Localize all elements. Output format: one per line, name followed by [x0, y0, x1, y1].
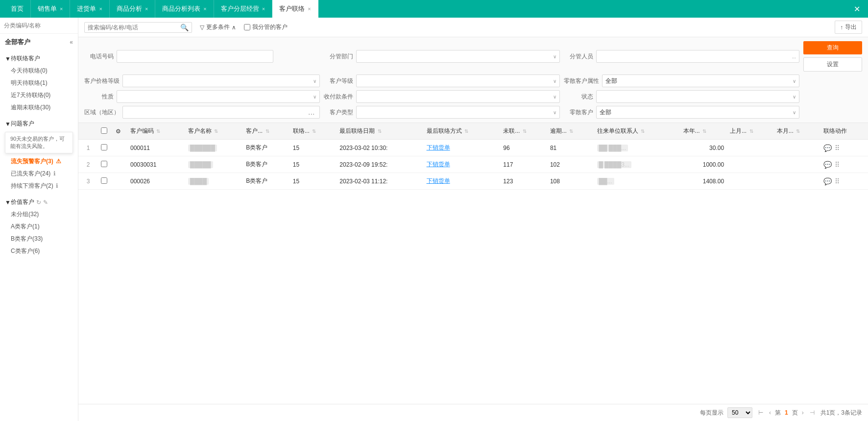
- sidebar-search-input[interactable]: [4, 22, 77, 29]
- col-overdue-header[interactable]: 逾期... ⇅: [547, 123, 594, 140]
- tab-customer-contact-close[interactable]: ×: [308, 6, 311, 12]
- dept-select[interactable]: ∨: [356, 50, 559, 63]
- value-edit-icon[interactable]: ✎: [43, 199, 48, 206]
- tab-home[interactable]: 首页: [4, 0, 31, 18]
- zero-retail-attr-select[interactable]: 全部 ∨: [602, 74, 799, 87]
- query-button[interactable]: 查询: [803, 41, 862, 54]
- row-checkbox[interactable]: [98, 173, 113, 190]
- sidebar-item-today[interactable]: 今天待联络(0): [0, 65, 78, 77]
- payment-select[interactable]: ∨: [356, 90, 559, 103]
- more-conditions-button[interactable]: ▽ 更多条件 ∧: [196, 21, 240, 33]
- sidebar-all-customers[interactable]: 全部客户 «: [0, 34, 78, 50]
- col-contact-person-header[interactable]: 往来单位联系人 ⇅: [594, 123, 680, 140]
- toolbar-search-icon[interactable]: 🔍: [180, 24, 189, 31]
- prev-page-button[interactable]: ‹: [767, 408, 773, 417]
- action-contact-icon[interactable]: 💬: [823, 144, 832, 152]
- sidebar-group-value-arrow: ▼: [5, 199, 11, 206]
- zero-retail-select[interactable]: 全部 ∨: [596, 106, 799, 119]
- row-contact-count: 15: [290, 156, 337, 173]
- person-arrow-icon: ...: [792, 54, 796, 59]
- gender-select[interactable]: ∨: [117, 90, 320, 103]
- action-more-icon[interactable]: ⠿: [835, 177, 840, 185]
- sidebar-item-tomorrow[interactable]: 明天待联络(1): [0, 77, 78, 89]
- filter-customer-level: 客户等级 ∨: [324, 74, 559, 87]
- status-select[interactable]: ∨: [596, 90, 799, 103]
- sidebar-item-declining[interactable]: 持续下滑客户(2) ℹ: [0, 180, 78, 192]
- toolbar-search-input[interactable]: [88, 24, 180, 31]
- action-contact-icon[interactable]: 💬: [823, 161, 832, 169]
- row-last-contact-method[interactable]: 下销货单: [424, 140, 501, 156]
- tab-analysis[interactable]: 商品分析 ×: [110, 0, 155, 18]
- col-code-header[interactable]: 客户编码 ⇅: [127, 123, 185, 140]
- col-last-contact-date-header[interactable]: 最后联络日期 ⇅: [337, 123, 423, 140]
- export-button[interactable]: ↑ 导出: [835, 21, 862, 34]
- row-select-checkbox[interactable]: [101, 161, 107, 167]
- value-refresh-icon[interactable]: ↻: [36, 199, 41, 206]
- first-page-button[interactable]: ⊢: [756, 408, 765, 417]
- tab-customer-contact[interactable]: 客户联络 ×: [272, 0, 318, 18]
- customer-type-select[interactable]: ∨: [356, 106, 559, 119]
- col-settings-header[interactable]: ⚙: [113, 123, 127, 140]
- action-more-icon[interactable]: ⠿: [835, 161, 840, 169]
- tab-analysis-close[interactable]: ×: [145, 6, 148, 12]
- sidebar-item-churn-warning[interactable]: 流失预警客户(3) ⚠: [0, 155, 78, 168]
- col-this-year-header[interactable]: 本年... ⇅: [680, 123, 727, 140]
- settings-button[interactable]: 设置: [803, 57, 862, 72]
- tab-sales-close[interactable]: ×: [60, 6, 63, 12]
- pagination: ⊢ ‹ 第 1 页 › ⊣: [756, 408, 817, 417]
- row-checkbox[interactable]: [98, 156, 113, 173]
- col-type-header[interactable]: 客户... ⇅: [243, 123, 290, 140]
- row-last-contact-method[interactable]: 下销货单: [424, 156, 501, 173]
- region-select[interactable]: ...: [122, 106, 320, 119]
- gender-arrow-icon: ∨: [313, 94, 316, 99]
- row-select-checkbox[interactable]: [101, 177, 107, 184]
- row-checkbox[interactable]: [98, 140, 113, 156]
- col-last-month-header[interactable]: 上月... ⇅: [727, 123, 774, 140]
- action-more-icon[interactable]: ⠿: [835, 144, 840, 152]
- tab-sales[interactable]: 销售单 ×: [31, 0, 70, 18]
- payment-label: 收付款条件: [324, 93, 353, 101]
- sidebar-item-7days[interactable]: 近7天待联络(0): [0, 89, 78, 101]
- sidebar-item-a-class[interactable]: A类客户(1): [0, 221, 78, 233]
- window-close-button[interactable]: ✕: [850, 4, 864, 14]
- per-page-select[interactable]: 50 100 200: [727, 407, 752, 418]
- tab-customer-tier[interactable]: 客户分层经营 ×: [214, 0, 272, 18]
- col-name-header[interactable]: 客户名称 ⇅: [185, 123, 243, 140]
- row-last-contact-method[interactable]: 下销货单: [424, 173, 501, 190]
- row-last-month: [727, 173, 774, 190]
- price-level-select[interactable]: ∨: [122, 74, 320, 87]
- sidebar-group-problem-title[interactable]: ▼ 问题客户: [0, 118, 78, 130]
- region-more-icon[interactable]: ...: [306, 108, 316, 117]
- person-select[interactable]: ...: [596, 50, 799, 63]
- next-page-button[interactable]: ›: [800, 408, 806, 417]
- sidebar-group-pending-title[interactable]: ▼ 待联络客户: [0, 52, 78, 65]
- col-this-month-header[interactable]: 本月... ⇅: [774, 123, 821, 140]
- sidebar-group-value-title[interactable]: ▼ 价值客户 ↻ ✎: [0, 196, 78, 208]
- sidebar-item-b-class[interactable]: B类客户(33): [0, 233, 78, 245]
- sidebar-collapse-icon[interactable]: «: [70, 39, 73, 46]
- sidebar-item-churned[interactable]: 已流失客户(24) ℹ: [0, 168, 78, 180]
- col-contact-count-header[interactable]: 联络... ⇅: [290, 123, 337, 140]
- my-customers-check[interactable]: [244, 24, 250, 30]
- phone-input[interactable]: [117, 50, 273, 63]
- customer-level-select[interactable]: ∨: [356, 74, 559, 87]
- col-last-contact-method-header[interactable]: 最后联络方式 ⇅: [424, 123, 501, 140]
- my-customers-checkbox[interactable]: 我分管的客户: [244, 23, 288, 31]
- action-contact-icon[interactable]: 💬: [823, 177, 832, 185]
- select-all-checkbox[interactable]: [101, 127, 107, 134]
- zero-retail-attr-arrow-icon: ∨: [793, 78, 796, 84]
- tab-customer-tier-close[interactable]: ×: [262, 6, 265, 12]
- sidebar-item-ungrouped[interactable]: 未分组(32): [0, 208, 78, 221]
- sidebar-group-problem: ▼ 问题客户 90天未交易的客户，可能有流失风险。 流失预警客户(3) ⚠ 已流…: [0, 116, 78, 194]
- sidebar-item-c-class[interactable]: C类客户(6): [0, 245, 78, 257]
- col-uncontacted-header[interactable]: 未联... ⇅: [500, 123, 547, 140]
- row-select-checkbox[interactable]: [101, 144, 107, 150]
- sidebar-item-overdue[interactable]: 逾期未联络(30): [0, 101, 78, 114]
- tab-purchase[interactable]: 进货单 ×: [70, 0, 109, 18]
- last-page-button[interactable]: ⊣: [808, 408, 817, 417]
- tab-analysis-list-close[interactable]: ×: [203, 6, 206, 12]
- tab-purchase-close[interactable]: ×: [99, 6, 102, 12]
- tab-bar: 首页 销售单 × 进货单 × 商品分析 × 商品分析列表 × 客户分层经营 × …: [0, 0, 868, 18]
- last-month-sort-icon: ⇅: [749, 128, 753, 134]
- tab-analysis-list[interactable]: 商品分析列表 ×: [155, 0, 214, 18]
